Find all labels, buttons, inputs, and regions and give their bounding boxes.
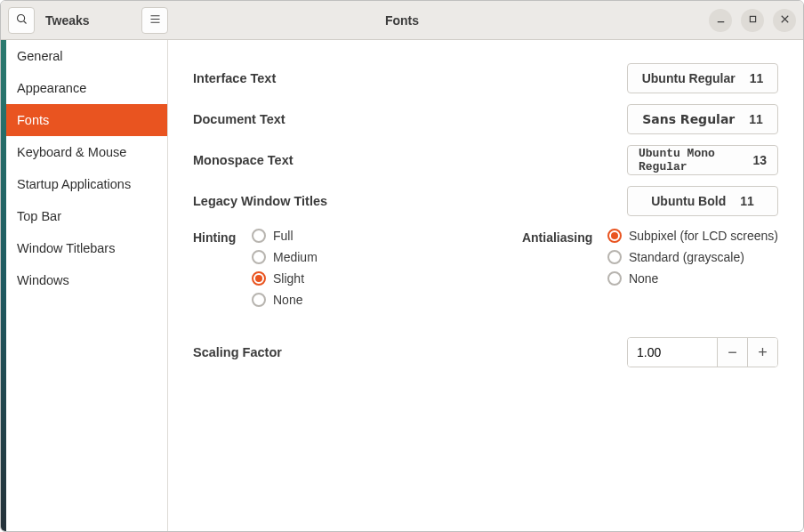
row-interface-text: Interface Text Ubuntu Regular 11 bbox=[193, 63, 778, 93]
radio-icon bbox=[252, 250, 266, 264]
radio-icon bbox=[252, 271, 266, 286]
radio-icon bbox=[252, 293, 266, 307]
svg-line-1 bbox=[23, 20, 26, 23]
sidebar-item-keyboard-mouse[interactable]: Keyboard & Mouse bbox=[6, 136, 167, 168]
sidebar-item-appearance[interactable]: Appearance bbox=[6, 72, 167, 104]
antialiasing-group: Antialiasing Subpixel (for LCD screens)S… bbox=[522, 229, 778, 307]
antialiasing-option-subpixel-for-lcd-screens-[interactable]: Subpixel (for LCD screens) bbox=[607, 229, 778, 243]
svg-point-0 bbox=[17, 14, 24, 21]
minimize-icon bbox=[714, 12, 728, 28]
label-interface-text: Interface Text bbox=[193, 71, 424, 85]
antialiasing-options: Subpixel (for LCD screens)Standard (gray… bbox=[607, 229, 778, 307]
row-document-text: Document Text Sans Regular 11 bbox=[193, 104, 778, 134]
font-family: Ubuntu Bold bbox=[651, 194, 726, 208]
radio-label: Subpixel (for LCD screens) bbox=[629, 229, 778, 243]
plus-icon: + bbox=[758, 343, 768, 362]
label-document-text: Document Text bbox=[193, 112, 424, 126]
radio-label: Full bbox=[273, 229, 293, 243]
content-pane: Interface Text Ubuntu Regular 11 Documen… bbox=[168, 40, 803, 531]
label-monospace-text: Monospace Text bbox=[193, 153, 424, 167]
scaling-decrement[interactable]: − bbox=[717, 338, 747, 367]
window-controls bbox=[709, 9, 796, 32]
sidebar-item-startup-applications[interactable]: Startup Applications bbox=[6, 168, 167, 200]
menu-button[interactable] bbox=[141, 7, 168, 34]
row-legacy-titles: Legacy Window Titles Ubuntu Bold 11 bbox=[193, 186, 778, 216]
sidebar-item-window-titlebars[interactable]: Window Titlebars bbox=[6, 232, 167, 264]
radio-label: None bbox=[273, 293, 302, 307]
radio-label: Medium bbox=[273, 250, 318, 264]
antialiasing-option-standard-grayscale-[interactable]: Standard (grayscale) bbox=[607, 250, 778, 264]
sidebar-item-general[interactable]: General bbox=[6, 40, 167, 72]
hinting-title: Hinting bbox=[193, 229, 243, 307]
radio-label: None bbox=[629, 271, 658, 286]
hinting-option-none[interactable]: None bbox=[252, 293, 318, 307]
font-size: 13 bbox=[752, 153, 767, 167]
close-button[interactable] bbox=[773, 9, 796, 32]
titlebar-left: Tweaks bbox=[8, 7, 168, 34]
render-options-row: Hinting FullMediumSlightNone Antialiasin… bbox=[193, 229, 778, 307]
sidebar-item-windows[interactable]: Windows bbox=[6, 264, 167, 296]
radio-icon bbox=[607, 271, 622, 286]
antialiasing-option-none[interactable]: None bbox=[607, 271, 778, 286]
radio-icon bbox=[607, 250, 622, 264]
close-icon bbox=[778, 12, 792, 28]
hamburger-icon bbox=[149, 12, 162, 28]
hinting-option-slight[interactable]: Slight bbox=[252, 271, 318, 286]
scaling-increment[interactable]: + bbox=[747, 338, 777, 367]
search-button[interactable] bbox=[8, 7, 35, 34]
font-family: Ubuntu Mono Regular bbox=[639, 147, 738, 173]
sidebar-item-top-bar[interactable]: Top Bar bbox=[6, 200, 167, 232]
app-window: Tweaks Fonts GeneralAppearanceFontsKeybo… bbox=[0, 0, 804, 532]
scaling-spinbutton: − + bbox=[627, 337, 778, 367]
font-selector-interface[interactable]: Ubuntu Regular 11 bbox=[627, 63, 778, 93]
label-scaling-factor: Scaling Factor bbox=[193, 345, 424, 359]
titlebar: Tweaks Fonts bbox=[1, 1, 803, 40]
radio-icon bbox=[607, 229, 622, 243]
font-size: 11 bbox=[749, 112, 763, 126]
sidebar: GeneralAppearanceFontsKeyboard & MouseSt… bbox=[6, 40, 168, 531]
sidebar-item-fonts[interactable]: Fonts bbox=[6, 104, 167, 136]
app-title: Tweaks bbox=[45, 13, 90, 28]
hinting-group: Hinting FullMediumSlightNone bbox=[193, 229, 318, 307]
window-body: GeneralAppearanceFontsKeyboard & MouseSt… bbox=[1, 40, 803, 531]
search-icon bbox=[15, 12, 28, 28]
hinting-option-full[interactable]: Full bbox=[252, 229, 318, 243]
antialiasing-title: Antialiasing bbox=[522, 229, 599, 307]
hinting-option-medium[interactable]: Medium bbox=[252, 250, 318, 264]
minus-icon: − bbox=[728, 343, 737, 362]
font-selector-monospace[interactable]: Ubuntu Mono Regular 13 bbox=[627, 145, 778, 175]
svg-rect-6 bbox=[750, 16, 755, 21]
maximize-icon bbox=[746, 12, 760, 28]
maximize-button[interactable] bbox=[741, 9, 764, 32]
radio-icon bbox=[252, 229, 266, 243]
scaling-input[interactable] bbox=[628, 338, 717, 367]
minimize-button[interactable] bbox=[709, 9, 732, 32]
radio-label: Standard (grayscale) bbox=[629, 250, 744, 264]
font-family: Sans Regular bbox=[642, 112, 735, 126]
row-monospace-text: Monospace Text Ubuntu Mono Regular 13 bbox=[193, 145, 778, 175]
font-family: Ubuntu Regular bbox=[642, 71, 736, 85]
font-selector-legacy[interactable]: Ubuntu Bold 11 bbox=[627, 186, 778, 216]
hinting-options: FullMediumSlightNone bbox=[252, 229, 318, 307]
label-legacy-titles: Legacy Window Titles bbox=[193, 194, 424, 208]
radio-label: Slight bbox=[273, 271, 304, 286]
row-scaling-factor: Scaling Factor − + bbox=[193, 337, 778, 367]
font-size: 11 bbox=[750, 71, 764, 85]
font-size: 11 bbox=[740, 194, 754, 208]
page-title: Fonts bbox=[385, 13, 419, 28]
font-selector-document[interactable]: Sans Regular 11 bbox=[627, 104, 778, 134]
